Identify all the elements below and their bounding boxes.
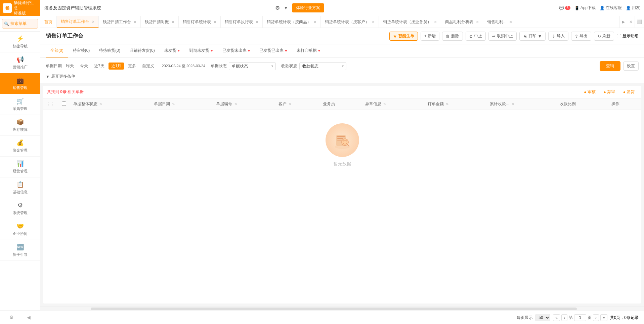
sidebar-item-guide[interactable]: 🆕 新手引导 — [0, 240, 40, 261]
sidebar-item-marketing[interactable]: 📢 营销推广 — [0, 52, 40, 73]
collapse-btn[interactable]: ◀ — [26, 313, 32, 321]
tab-close-sales-amount[interactable]: ✕ — [509, 20, 512, 24]
show-detail-label[interactable]: 显示明细 — [617, 33, 639, 39]
cancel-stop-button[interactable]: ↩ 取消中止 — [488, 32, 517, 41]
per-page-select[interactable]: 50 — [535, 314, 550, 321]
date-last1month[interactable]: 近1月 — [109, 63, 124, 70]
tab-close-sales-stats[interactable]: ✕ — [214, 20, 216, 24]
tab-maximize[interactable]: ⬜ — [635, 16, 644, 28]
orders-table: ⋮⋮ 单据整体状态 ⇅ 单据日期 ⇅ — [43, 98, 641, 110]
tab-cashier-daily[interactable]: 钱货日清工作台 ✕ — [99, 16, 141, 28]
date-more[interactable]: 更多 — [126, 63, 138, 70]
user-menu[interactable]: 👤 用友 — [626, 5, 640, 11]
system-dropdown[interactable]: ▼ — [284, 6, 288, 10]
sidebar-nav: ⚡ 快捷导航 📢 营销推广 💼 销售管理 🛒 采购管理 📦 库存核算 💰 资金管… — [0, 32, 40, 310]
tab-close-product-margin[interactable]: ✕ — [476, 20, 479, 24]
search-menu-button[interactable]: 🔍 搜索菜单 — [2, 19, 38, 29]
status-select[interactable]: 单据状态 — [229, 62, 276, 70]
sub-tab-not-printed[interactable]: 未打印单据 ● — [292, 44, 325, 57]
tab-close-sales-workbench[interactable]: ✕ — [92, 20, 94, 24]
sub-tab-pending-review[interactable]: 待审核(0) — [68, 44, 95, 57]
sidebar-item-finance[interactable]: 💰 资金管理 — [0, 136, 40, 157]
tab-close-cashier-daily[interactable]: ✕ — [134, 20, 136, 24]
page-nav: « ‹ 第 页 › » — [553, 314, 607, 321]
export-button[interactable]: ⇧ 导出 — [571, 32, 591, 41]
tab-sales-stats-customer[interactable]: 销货单统计表（按客户） ✕ — [321, 16, 379, 28]
payment-select[interactable]: 收款状态 — [299, 62, 346, 70]
smart-gen-button[interactable]: ★ 智能生单 — [389, 32, 418, 41]
sub-tab-shipped-not-in[interactable]: 已发货未出库 ● — [218, 44, 255, 57]
sub-tab-wangpu-pending[interactable]: 旺铺待发货(0) — [125, 44, 160, 57]
settings-filter-button[interactable]: 设置 — [623, 62, 639, 71]
sub-tabs: 全部(0) 待审核(0) 待拣验货(0) 旺铺待发货(0) 未发货 ● 到期未发… — [40, 44, 644, 58]
sub-tab-shipped-in[interactable]: 已发货已出库 ● — [255, 44, 292, 57]
tab-sales-workbench[interactable]: 销售订单工作台 ✕ — [57, 16, 99, 28]
sub-tab-all[interactable]: 全部(0) — [46, 44, 68, 57]
sidebar-item-purchase[interactable]: 🛒 采购管理 — [0, 94, 40, 115]
next-page-btn[interactable]: › — [593, 314, 599, 321]
date-custom[interactable]: 自定义 — [140, 63, 156, 70]
service-icon: 👤 — [600, 6, 605, 10]
sidebar-item-label: 营销推广 — [13, 65, 28, 70]
tab-cash-goods-recon[interactable]: 钱货日清对账 ✕ — [141, 16, 179, 28]
online-service-button[interactable]: 👤 在线客服 — [600, 5, 622, 11]
date-today[interactable]: 今天 — [78, 63, 90, 70]
last-page-btn[interactable]: » — [600, 314, 607, 321]
page-number-input[interactable] — [574, 314, 586, 321]
gear-button[interactable]: ⚙ — [275, 5, 280, 11]
tab-close-all[interactable]: ✕ — [627, 16, 635, 28]
first-page-btn[interactable]: « — [553, 314, 560, 321]
tab-sales-amount[interactable]: 销售毛利... ✕ — [483, 16, 516, 28]
tab-home[interactable]: 首页 — [40, 16, 57, 28]
sidebar-item-operations[interactable]: 📊 经营管理 — [0, 157, 40, 177]
sidebar-item-system[interactable]: ⚙ 系统管理 — [0, 198, 40, 219]
prev-page-btn[interactable]: ‹ — [561, 314, 567, 321]
tab-sales-stats-product[interactable]: 销货单统计表（按商品） ✕ — [263, 16, 321, 28]
date-last7[interactable]: 近7天 — [92, 63, 106, 70]
tab-sales-stats[interactable]: 销售订单统计表 ✕ — [179, 16, 221, 28]
ship-btn[interactable]: ● 发货 — [620, 88, 637, 95]
sidebar-item-basic-info[interactable]: 📋 基础信息 — [0, 177, 40, 198]
tab-close-cash-goods-recon[interactable]: ✕ — [172, 20, 174, 24]
tab-sales-stats-staff[interactable]: 销货单统计表（按业务员） ✕ — [379, 16, 441, 28]
app-download-button[interactable]: 📱 App下载 — [574, 5, 596, 11]
sub-tab-overdue-not-shipped[interactable]: 到期未发货 ● — [184, 44, 218, 57]
horizontal-scrollbar[interactable] — [40, 306, 644, 311]
pagination: 每页显示 50 « ‹ 第 页 › » 共0页，0条记录 — [40, 311, 644, 324]
tab-sales-exec[interactable]: 销售订单执行表 ✕ — [221, 16, 263, 28]
refresh-button[interactable]: ↻ 刷新 — [594, 32, 614, 41]
settings-bottom-btn[interactable]: ⚙ — [8, 313, 15, 321]
ratio-col-header: 收款比例 — [556, 98, 608, 110]
tab-close-sales-stats-product[interactable]: ✕ — [314, 20, 316, 24]
show-detail-checkbox[interactable] — [617, 34, 621, 38]
tab-close-sales-exec[interactable]: ✕ — [256, 20, 258, 24]
import-button[interactable]: ⇩ 导入 — [548, 32, 568, 41]
tab-scroll-right[interactable]: ▶ — [619, 16, 627, 28]
tab-product-margin[interactable]: 商品毛利分析表 ✕ — [441, 16, 483, 28]
scrollbar-thumb[interactable] — [91, 308, 577, 310]
audit-btn[interactable]: ● 审核 — [581, 88, 598, 95]
date-col-header: 单据日期 ⇅ — [151, 98, 213, 110]
delete-button[interactable]: 🗑 删除 — [442, 32, 463, 41]
sidebar-item-sales[interactable]: 💼 销售管理 — [0, 73, 40, 94]
sidebar: 畅 畅捷通好生意 标准版 🔍 搜索菜单 ⚡ 快捷导航 📢 营销推广 💼 销售管理… — [0, 0, 40, 324]
sidebar-item-quick-nav[interactable]: ⚡ 快捷导航 — [0, 32, 40, 52]
select-all-checkbox[interactable] — [62, 102, 66, 106]
industry-plan-button[interactable]: 体验行业方案 — [292, 3, 324, 12]
query-button[interactable]: 查询 — [600, 61, 620, 71]
tab-close-sales-stats-customer[interactable]: ✕ — [372, 20, 375, 24]
sub-tab-pending-inspection[interactable]: 待拣验货(0) — [94, 44, 125, 57]
print-button[interactable]: 🖨 打印 ▼ — [519, 32, 546, 41]
sub-tab-not-shipped[interactable]: 未发货 ● — [160, 44, 185, 57]
expand-conditions-btn[interactable]: ▼ 展开更多条件 — [46, 74, 639, 79]
sidebar-item-inventory[interactable]: 📦 库存核算 — [0, 115, 40, 136]
stop-button[interactable]: ⊘ 中止 — [466, 32, 486, 41]
sidebar-item-label: 库存核算 — [13, 127, 28, 132]
tab-close-sales-stats-staff[interactable]: ✕ — [434, 20, 437, 24]
unaudit-btn[interactable]: ● 弃审 — [601, 88, 618, 95]
add-button[interactable]: + 新增 — [421, 32, 439, 41]
sidebar-item-enterprise[interactable]: 🤝 企业协同 — [0, 219, 40, 240]
message-button[interactable]: 💬 6 — [559, 6, 570, 10]
empty-icon — [326, 123, 359, 157]
date-yesterday[interactable]: 昨天 — [64, 63, 76, 70]
